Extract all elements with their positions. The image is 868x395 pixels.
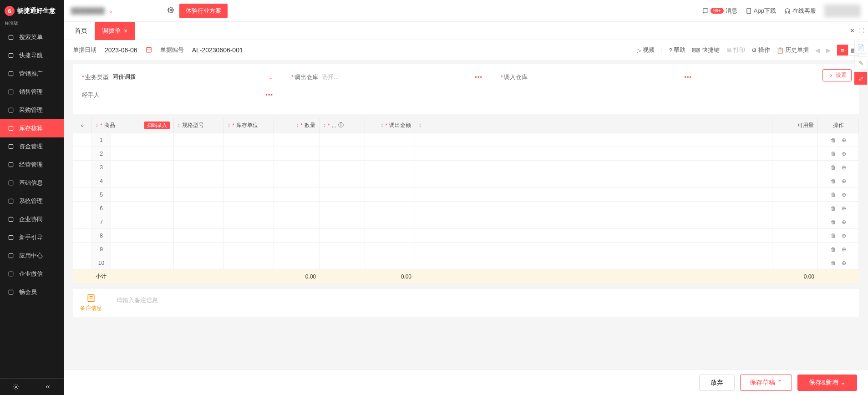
sidebar-item-5[interactable]: 库存核算 xyxy=(0,119,64,137)
print-link[interactable]: 🖶 打印 xyxy=(726,46,745,54)
table-row[interactable]: 7🗑⊕ xyxy=(73,215,859,229)
ops-link[interactable]: ⚙ 操作 xyxy=(751,46,770,54)
sidebar-item-8[interactable]: 基础信息 xyxy=(0,174,64,192)
delete-row-icon[interactable]: 🗑 xyxy=(831,137,836,143)
tab-1[interactable]: 调拨单× xyxy=(95,22,135,40)
col-qty[interactable]: ▲▼*数量 xyxy=(274,118,320,133)
col-avail[interactable]: 可用量 xyxy=(772,118,818,133)
table-row[interactable]: 8🗑⊕ xyxy=(73,229,859,243)
experience-button[interactable]: 体验行业方案 xyxy=(179,4,228,18)
out-warehouse-field[interactable]: *调出仓库 选择...••• xyxy=(291,71,482,83)
add-row-icon[interactable]: ⊕ xyxy=(842,260,846,266)
tab-close-icon v[interactable]: × xyxy=(124,27,127,35)
table-row[interactable]: 3🗑⊕ xyxy=(73,161,859,174)
handler-field[interactable]: 经手人 ••• xyxy=(82,90,273,101)
delete-row-icon[interactable]: 🗑 xyxy=(831,164,836,171)
discard-button[interactable]: 放弃 xyxy=(699,375,735,391)
add-row-icon[interactable]: ⊕ xyxy=(842,219,846,225)
delete-row-icon[interactable]: 🗑 xyxy=(831,192,836,198)
col-unit[interactable]: ▲▼*库存单位 xyxy=(224,118,274,133)
app-download-link[interactable]: App下载 xyxy=(746,7,776,15)
collapse-icon[interactable] xyxy=(32,379,64,395)
sidebar-item-12[interactable]: 应用中心 xyxy=(0,247,64,265)
sidebar-item-4[interactable]: 采购管理 xyxy=(0,101,64,119)
lookup-icon[interactable]: ••• xyxy=(265,91,273,98)
sidebar: 6 畅捷通好生意 标准版 搜索菜单快捷导航营销推广销售管理采购管理库存核算资金管… xyxy=(0,0,64,395)
sidebar-item-9[interactable]: 系统管理 xyxy=(0,192,64,210)
calendar-icon[interactable] xyxy=(146,46,152,54)
delete-row-icon[interactable]: 🗑 xyxy=(831,260,836,266)
delete-row-icon[interactable]: 🗑 xyxy=(831,151,836,157)
delete-row-icon[interactable]: 🗑 xyxy=(831,178,836,184)
shortcut-link[interactable]: ⌨ 快捷键 xyxy=(692,46,720,54)
history-link[interactable]: 📋 历史单据 xyxy=(777,46,809,54)
prev-doc-icon[interactable]: ◀ xyxy=(815,47,820,54)
fullscreen-icon[interactable]: ⛶ xyxy=(858,27,864,34)
add-row-icon[interactable]: ⊕ xyxy=(842,178,846,184)
company-selector[interactable]: ████████ ⌄ xyxy=(71,7,162,14)
table-row[interactable]: 9🗑⊕ xyxy=(73,243,859,256)
sidebar-item-0[interactable]: 搜索菜单 xyxy=(0,28,64,46)
rail-expand-icon[interactable]: ⤢ xyxy=(854,72,867,85)
col-spec[interactable]: ▲▼规格型号 xyxy=(174,118,224,133)
add-row-icon[interactable]: ⊕ xyxy=(842,151,846,157)
save-draft-button[interactable]: 保存草稿 ⌃ xyxy=(740,375,792,391)
delete-row-icon[interactable]: 🗑 xyxy=(831,246,836,253)
messages-link[interactable]: 99+ 消息 xyxy=(702,7,737,15)
biz-type-field[interactable]: *业务类型 同价调拨⌄ xyxy=(82,71,273,83)
list-view-button[interactable]: ≡ xyxy=(837,45,848,56)
svg-rect-14 xyxy=(9,290,13,294)
svg-rect-3 xyxy=(9,90,13,94)
doc-date-value[interactable]: 2023-06-06 xyxy=(105,46,137,54)
add-row-icon[interactable]: ⊕ xyxy=(842,192,846,198)
sidebar-item-13[interactable]: 企业微信 xyxy=(0,265,64,283)
add-row-icon[interactable]: ⊕ xyxy=(842,205,846,212)
sidebar-item-6[interactable]: 资金管理 xyxy=(0,137,64,156)
delete-row-icon[interactable]: 🗑 xyxy=(831,233,836,239)
sidebar-item-7[interactable]: 经营管理 xyxy=(0,156,64,174)
svg-rect-8 xyxy=(9,181,13,185)
add-row-icon[interactable]: ⊕ xyxy=(842,233,846,239)
lookup-icon[interactable]: ••• xyxy=(475,74,482,81)
sidebar-item-11[interactable]: 新手引导 xyxy=(0,228,64,247)
close-all-tabs-icon[interactable]: ✕ xyxy=(850,27,855,34)
save-new-button[interactable]: 保存&新增 ⌄ xyxy=(797,375,857,391)
delete-row-icon[interactable]: 🗑 xyxy=(831,219,836,225)
sidebar-item-10[interactable]: 企业协同 xyxy=(0,210,64,228)
svg-rect-9 xyxy=(9,199,13,203)
table-row[interactable]: 2🗑⊕ xyxy=(73,147,859,161)
add-row-icon[interactable]: ⊕ xyxy=(842,246,846,253)
sidebar-item-14[interactable]: 畅会员 xyxy=(0,283,64,301)
tab-0[interactable]: 首页 xyxy=(67,22,95,40)
sidebar-item-2[interactable]: 营销推广 xyxy=(0,65,64,83)
delete-row-icon[interactable]: 🗑 xyxy=(831,205,836,212)
sidebar-item-1[interactable]: 快捷导航 xyxy=(0,46,64,65)
col-hidden[interactable]: ▲▼*... ⓘ xyxy=(320,118,365,133)
table-row[interactable]: 10🗑⊕ xyxy=(73,256,859,270)
company-gear-icon[interactable] xyxy=(168,7,174,15)
lookup-icon[interactable]: ••• xyxy=(684,74,692,81)
table-row[interactable]: 4🗑⊕ xyxy=(73,174,859,188)
doc-settings-button[interactable]: 设置 xyxy=(822,69,852,81)
col-amount[interactable]: ▲▼*调出金额 xyxy=(365,118,415,133)
add-row-icon[interactable]: ⊕ xyxy=(842,137,846,143)
phone-icon xyxy=(746,8,752,14)
grid-config-icon[interactable] xyxy=(73,118,92,133)
settings-icon[interactable] xyxy=(0,379,32,395)
rail-doc-icon[interactable]: 📄 xyxy=(854,41,867,54)
scan-badge[interactable]: 扫码录入 xyxy=(144,122,170,129)
remark-input[interactable]: 请输入备注信息 xyxy=(109,289,859,317)
help-link[interactable]: ? 帮助 xyxy=(669,46,685,54)
user-avatar[interactable] xyxy=(824,5,861,17)
rail-edit-icon[interactable]: ✎ xyxy=(854,56,867,69)
table-row[interactable]: 6🗑⊕ xyxy=(73,202,859,215)
customer-service-link[interactable]: 在线客服 xyxy=(784,7,816,15)
table-row[interactable]: 5🗑⊕ xyxy=(73,188,859,202)
sidebar-item-3[interactable]: 销售管理 xyxy=(0,83,64,101)
table-row[interactable]: 1🗑⊕ xyxy=(73,133,859,147)
add-row-icon[interactable]: ⊕ xyxy=(842,164,846,171)
in-warehouse-field[interactable]: *调入仓库 ••• xyxy=(501,71,692,83)
next-doc-icon[interactable]: ▶ xyxy=(826,47,831,54)
col-product[interactable]: ▲▼*商品扫码录入 xyxy=(92,118,174,133)
video-link[interactable]: ▷ 视频 xyxy=(637,46,655,54)
